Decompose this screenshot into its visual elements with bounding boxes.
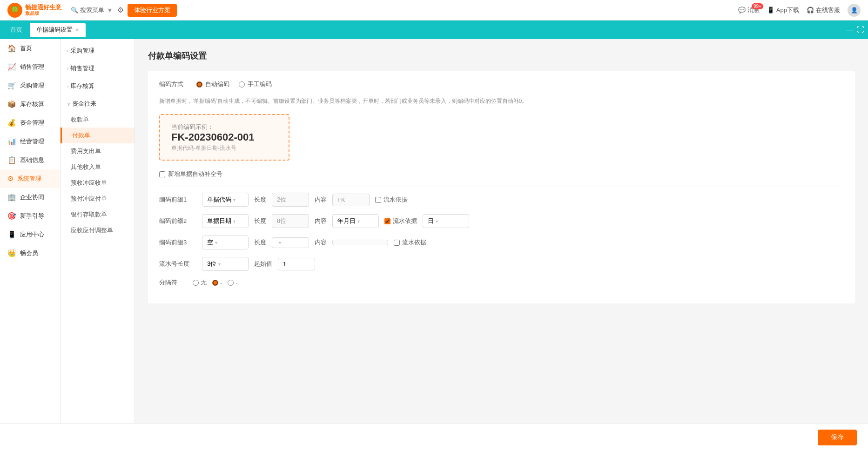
sep-dash-radio[interactable]: - — [212, 279, 222, 286]
sidebar-item-guide[interactable]: 🎯 新手引导 — [0, 207, 60, 225]
sidebar-item-inventory[interactable]: 📦 库存核算 — [0, 95, 60, 114]
brand-name: 畅捷通好生意 — [25, 4, 61, 11]
sidebar-item-purchase[interactable]: 🛒 采购管理 — [0, 76, 60, 95]
sep-dot-label: · — [236, 279, 237, 286]
sidebar: 🏠 首页 📈 销售管理 🛒 采购管理 📦 库存核算 💰 资金管理 📊 经营管理 … — [0, 39, 61, 451]
prefix3-select[interactable]: 空 ▾ — [202, 236, 249, 249]
sidebar-item-finance[interactable]: 💰 资金管理 — [0, 114, 60, 132]
tab-encoding-label: 单据编码设置 — [36, 26, 73, 34]
content2-select[interactable]: 年月日 ▾ — [332, 214, 379, 228]
sub-group-sales: › 销售管理 — [61, 61, 135, 76]
sidebar-label-sales: 销售管理 — [20, 63, 44, 71]
sub-item-pre-pay[interactable]: 预付冲应付单 — [61, 191, 135, 207]
sidebar-item-business[interactable]: 📊 经营管理 — [0, 132, 60, 151]
content2-label: 内容 — [315, 217, 327, 225]
sep-none-input[interactable] — [193, 280, 199, 286]
serial-length-label: 流水号长度 — [159, 260, 196, 268]
service-icon: 🎧 — [807, 7, 814, 13]
sub-group-inventory-title[interactable]: › 库存核算 — [61, 78, 135, 94]
manual-encode-label: 手工编码 — [248, 80, 272, 88]
user-avatar[interactable]: 👤 — [848, 4, 861, 17]
sub-item-expense[interactable]: 费用支出单 — [61, 143, 135, 159]
tab-encoding-settings[interactable]: 单据编码设置 ✕ — [30, 23, 86, 37]
chevron-right-icon: › — [67, 48, 68, 54]
sub-group-purchase-title[interactable]: › 采购管理 — [61, 43, 135, 59]
sub-item-pre-receive[interactable]: 预收冲应收单 — [61, 175, 135, 191]
top-bar-left: 🍀 畅捷通好生意 旗品版 🔍 搜索菜单 ▾ ⚙ 体验行业方案 — [7, 3, 738, 18]
chevron-down-icon4: ▾ — [233, 197, 236, 202]
online-service-btn[interactable]: 🎧 在线客服 — [807, 6, 840, 14]
settings-icon[interactable]: ⚙ — [117, 6, 124, 14]
sub-item-receipt[interactable]: 收款单 — [61, 112, 135, 128]
industry-btn[interactable]: 体验行业方案 — [128, 4, 177, 17]
serial1-checkbox[interactable]: 流水依据 — [375, 195, 408, 204]
serial-length-select[interactable]: 3位 ▾ — [202, 257, 249, 271]
minimize-icon[interactable]: — — [846, 26, 853, 34]
manual-encode-input[interactable] — [239, 81, 245, 88]
auto-fill-label: 新增单据自动补空号 — [168, 170, 222, 178]
messages-btn[interactable]: 💬 消息 99+ — [738, 6, 760, 14]
serial2-unit-select[interactable]: 日 ▾ — [423, 214, 469, 228]
sep-dash-input[interactable] — [212, 280, 218, 286]
serial2-input[interactable] — [384, 218, 390, 224]
length2-input: 8位 — [272, 214, 309, 228]
save-button[interactable]: 保存 — [818, 430, 857, 445]
sub-item-other-income[interactable]: 其他收入单 — [61, 159, 135, 175]
serial1-input[interactable] — [375, 197, 381, 203]
manual-encode-radio[interactable]: 手工编码 — [239, 80, 272, 88]
sidebar-label-appstore: 应用中心 — [20, 230, 44, 239]
serial3-input[interactable] — [394, 240, 400, 246]
sidebar-label-inventory: 库存核算 — [20, 100, 44, 108]
prefix1-value: 单据代码 — [207, 195, 231, 204]
encoding-method-label: 编码方式 — [159, 80, 187, 88]
sidebar-item-sales[interactable]: 📈 销售管理 — [0, 58, 60, 76]
brand-icon: 🍀 — [7, 3, 22, 18]
length1-label: 长度 — [254, 195, 266, 204]
serial3-label: 流水依据 — [402, 238, 426, 247]
prefix2-label: 编码前缀2 — [159, 217, 196, 225]
prefix1-select[interactable]: 单据代码 ▾ — [202, 193, 249, 207]
sidebar-item-system[interactable]: ⚙ 系统管理 — [0, 169, 60, 188]
menu-search[interactable]: 🔍 搜索菜单 — [71, 6, 104, 14]
serial3-checkbox[interactable]: 流水依据 — [394, 238, 426, 247]
top-bar: 🍀 畅捷通好生意 旗品版 🔍 搜索菜单 ▾ ⚙ 体验行业方案 💬 消息 99+ … — [0, 0, 868, 20]
page-title: 付款单编码设置 — [148, 50, 855, 61]
sub-group-sales-title[interactable]: › 销售管理 — [61, 61, 135, 76]
sidebar-item-corp[interactable]: 🏢 企业协同 — [0, 188, 60, 207]
sidebar-item-home[interactable]: 🏠 首页 — [0, 39, 60, 58]
message-badge: 99+ — [752, 3, 763, 9]
start-value-input[interactable] — [278, 258, 315, 270]
sub-group-capital-title[interactable]: ∨ 资金往来 — [61, 96, 135, 112]
sub-group-purchase: › 采购管理 — [61, 43, 135, 59]
sub-item-payment[interactable]: 付款单 — [61, 128, 135, 143]
business-icon: 📊 — [7, 137, 16, 146]
auto-fill-checkbox[interactable] — [159, 171, 165, 177]
length3-select[interactable]: ▾ — [272, 237, 309, 248]
sep-none-radio[interactable]: 无 — [193, 278, 207, 287]
prefix1-row: 编码前缀1 单据代码 ▾ 长度 2位 内容 FK 流水依据 — [159, 193, 844, 207]
basic-icon: 📋 — [7, 156, 16, 164]
sep-dot-radio[interactable]: · — [228, 279, 237, 286]
sidebar-item-member[interactable]: 👑 畅会员 — [0, 244, 60, 263]
auto-encode-radio[interactable]: 自动编码 — [196, 80, 229, 88]
preview-label: 当前编码示例： — [171, 123, 214, 130]
prefix2-select[interactable]: 单据日期 ▾ — [202, 214, 249, 228]
bottom-bar: 保存 — [0, 423, 868, 451]
expand-icon[interactable]: ▾ — [108, 6, 112, 14]
fullscreen-icon[interactable]: ⛶ — [857, 26, 864, 34]
tab-home[interactable]: 首页 — [4, 23, 29, 37]
sub-item-bank[interactable]: 银行存取款单 — [61, 207, 135, 222]
tab-home-label: 首页 — [10, 26, 22, 34]
separator-label: 分隔符 — [159, 278, 187, 287]
sub-item-adjust[interactable]: 应收应付调整单 — [61, 222, 135, 238]
serial2-checkbox[interactable]: 流水依据 — [384, 217, 417, 225]
sidebar-item-basic[interactable]: 📋 基础信息 — [0, 151, 60, 169]
app-download-btn[interactable]: 📱 App下载 — [767, 6, 799, 14]
sidebar-item-appstore[interactable]: 📱 应用中心 — [0, 225, 60, 244]
tab-close-icon[interactable]: ✕ — [75, 27, 79, 33]
tab-actions: — ⛶ — [846, 26, 864, 34]
sep-dot-input[interactable] — [228, 280, 234, 286]
chevron-down-icon: ∨ — [67, 101, 70, 107]
sidebar-label-finance: 资金管理 — [20, 119, 44, 127]
auto-encode-input[interactable] — [196, 81, 202, 88]
